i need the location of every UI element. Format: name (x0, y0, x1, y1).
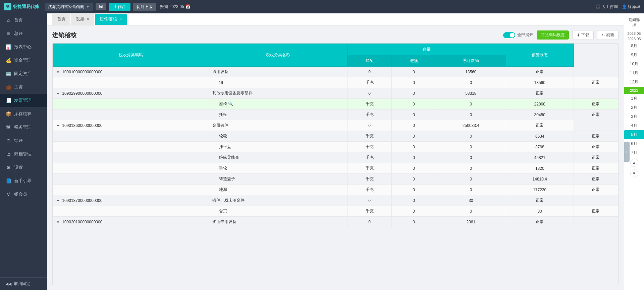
workbench-button[interactable]: 工作台 (109, 3, 130, 11)
tab-invoice-close-icon[interactable]: ✕ (87, 17, 90, 21)
cell-xiao: 0 (392, 163, 436, 174)
sidebar-item-reports[interactable]: 📊 报表中心 (0, 40, 47, 54)
sidebar-item-ledger[interactable]: ≡ 总账 (0, 27, 47, 40)
sidebar-item-assets[interactable]: 🏢 固定资产 (0, 67, 47, 80)
app-name: 畅捷通易代账 (13, 4, 39, 10)
tab-bar: 首页 发票 ✕ 进销稽核 ✕ (47, 13, 624, 25)
tab-home-label: 首页 (57, 16, 66, 22)
period-month-item[interactable]: 3月 (624, 112, 644, 121)
unpin-button[interactable]: ◀◀ 取消固定 (0, 278, 47, 290)
cell-xiao: 0 (392, 99, 436, 110)
sidebar-item-archive[interactable]: 🗂 归档管理 (0, 147, 47, 161)
period-month-item[interactable]: 4月 (624, 121, 644, 130)
period-month-item[interactable]: 11月 (624, 69, 644, 78)
unpin-label: 取消固定 (14, 281, 30, 287)
cell-unit: 千克 (347, 206, 392, 217)
toggle-switch[interactable] (503, 32, 515, 38)
period-month-item[interactable]: 2月 (624, 103, 644, 112)
period-month-item[interactable]: 2023 (624, 87, 644, 94)
sidebar-item-funds[interactable]: 💰 资金管理 (0, 54, 47, 67)
cell-code-empty (53, 163, 209, 174)
company-selector[interactable]: 沈海英测试经营勿删 ▼ (45, 3, 93, 11)
table-row: ▼ 109020100000000000 矿山专用设备 0 0 2361 正常 (53, 217, 618, 227)
period-month-item[interactable]: 1月 (624, 94, 644, 103)
cell-jin: 0 (392, 120, 436, 131)
panel-toggle[interactable]: › (624, 142, 630, 162)
tab-invoice[interactable]: 发票 ✕ (71, 14, 94, 25)
months-container: 8月9月10月11月12月20231月2月3月4月5月6月7月 (624, 42, 644, 157)
sidebar-item-settlement[interactable]: ⚖ 结账 (0, 134, 47, 147)
cell-xiao: 0 (392, 142, 436, 152)
sidebar-item-home[interactable]: ⌂ 首页 (0, 13, 47, 27)
app-logo: 畅 畅捷通易代账 (4, 3, 39, 10)
cell-code-empty (53, 185, 209, 195)
table-row: ▼ 109013600000000000 金属铸件 0 0 250083.4 正… (53, 120, 618, 131)
scroll-down-button[interactable]: ▼ (630, 169, 638, 177)
expand-toggle[interactable]: 全部展开 (503, 32, 533, 38)
cell-code: ▼ 109029900000000000 (53, 88, 209, 99)
table-row: ▼ 109013700000000000 锻件、粉末冶金件 0 0 30 正常 (53, 195, 618, 206)
invoice-icon: 🧾 (5, 98, 11, 103)
tab-reconcile[interactable]: 进销稽核 ✕ (95, 14, 127, 25)
switch-old-button[interactable]: 切到旧版 (133, 3, 156, 11)
sidebar-label-settings: 设置 (14, 164, 23, 170)
cell-xiao: 0 (392, 131, 436, 142)
cell-status: 正常 (574, 185, 618, 195)
table-row: 手轮 千克 0 0 1820 正常 (53, 163, 618, 174)
cell-status: 正常 (574, 99, 618, 110)
expand-icon[interactable]: ▼ (56, 92, 60, 95)
period-month-item[interactable]: 10月 (624, 60, 644, 69)
sidebar-item-settings[interactable]: ⚙ 设置 (0, 161, 47, 174)
search-icon[interactable]: 🔍 (228, 101, 233, 106)
cell-name: 轴 (209, 77, 347, 88)
cell-jin: 0 (436, 77, 506, 88)
reports-icon: 📊 (5, 44, 11, 50)
unpin-icon: ◀◀ (5, 282, 11, 286)
cell-unit: 千克 (347, 99, 392, 110)
expand-icon[interactable]: ▼ (56, 220, 60, 224)
cell-xiao: 0 (347, 88, 392, 99)
data-table-container: 税收分类编码 税收分类名称 数量 预警状态 销项 进项 累计数额 (52, 43, 619, 285)
expand-icon[interactable]: ▼ (56, 70, 60, 74)
period-month-item[interactable]: 8月 (624, 42, 644, 51)
period-month-item[interactable]: 5月 (624, 130, 644, 139)
sidebar-item-vip[interactable]: V 畅会员 (0, 188, 47, 201)
cell-status: 正常 (574, 142, 618, 152)
cell-name: 轮毂 (209, 131, 347, 142)
cell-total: 30450 (506, 110, 574, 120)
user-profile[interactable]: 👤 徐泽华 (622, 4, 640, 10)
sidebar-item-invoice[interactable]: 🧾 发票管理 (0, 94, 47, 107)
cell-code: ▼ 109020100000000000 (53, 217, 209, 227)
cell-unit: 千克 (347, 77, 392, 88)
expand-icon[interactable]: ▼ (56, 199, 60, 203)
sidebar-item-tax[interactable]: 🏛 税务管理 (0, 121, 47, 134)
save-draft-button[interactable]: 🖫 (96, 3, 106, 10)
table-row: 抹平盘 千克 0 0 3768 正常 (53, 142, 618, 152)
expand-icon[interactable]: ▼ (56, 124, 60, 128)
cell-name: 手轮 (209, 163, 347, 174)
tax-icon: 🏛 (5, 125, 11, 130)
sidebar-label-reports: 报表中心 (14, 44, 32, 50)
expand-toggle-label: 全部展开 (517, 32, 533, 38)
cell-code-empty (53, 77, 209, 88)
support-link[interactable]: 🎧 人工咨询 (595, 4, 618, 10)
calendar-icon[interactable]: 📅 (185, 4, 191, 9)
cell-total: 45821 (506, 152, 574, 163)
sidebar-label-guide: 新手引导 (14, 178, 32, 184)
product-code-button[interactable]: 商品编码设置 (537, 30, 569, 40)
tab-reconcile-close-icon[interactable]: ✕ (119, 17, 122, 21)
col-quantity-group: 数量 (347, 44, 506, 55)
period-month-item[interactable]: 9月 (624, 51, 644, 60)
cell-name: 绝缘导线壳 (209, 152, 347, 163)
sidebar-item-guide[interactable]: 📘 新手引导 (0, 174, 47, 188)
cell-unit: 千克 (347, 142, 392, 152)
cell-name: 托板 (209, 110, 347, 120)
period-month-item[interactable]: 12月 (624, 78, 644, 87)
sidebar-item-salary[interactable]: 💼 工资 (0, 80, 47, 94)
tab-home[interactable]: 首页 (52, 14, 70, 25)
cell-status: 正常 (574, 131, 618, 142)
scroll-up-button[interactable]: ▲ (630, 159, 638, 167)
refresh-button[interactable]: ↻ 刷新 (597, 30, 619, 40)
sidebar-item-inventory[interactable]: 📦 库存核算 (0, 107, 47, 121)
download-button[interactable]: ⬇ 下载 (572, 30, 594, 40)
